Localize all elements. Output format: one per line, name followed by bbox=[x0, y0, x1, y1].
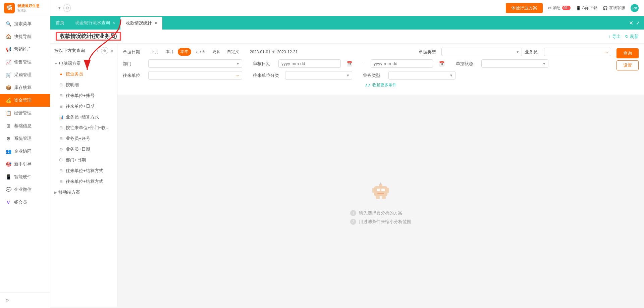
refresh-btn[interactable]: ↻ 刷新 bbox=[625, 34, 639, 40]
tab-home[interactable]: 首页 bbox=[50, 16, 70, 30]
page-header: 收款情况统计(按业务员) ↑ 导出 ↻ 刷新 bbox=[50, 30, 644, 44]
export-icon: ↑ bbox=[609, 34, 611, 39]
empty-robot-icon bbox=[367, 178, 394, 205]
salesperson-more-icon[interactable]: ··· bbox=[604, 49, 608, 54]
mobile-group-header[interactable]: ▶ 移动端方案 bbox=[50, 187, 117, 198]
tab-collection-stats[interactable]: 收款情况统计 × bbox=[120, 17, 162, 30]
collapse-panel-btn[interactable]: « bbox=[110, 48, 113, 53]
review-date-end-picker[interactable]: 📅 bbox=[439, 61, 444, 66]
inventory-icon: 📦 bbox=[5, 85, 11, 91]
doc-type-select[interactable]: ▾ bbox=[441, 48, 522, 56]
doc-type-chevron: ▾ bbox=[517, 49, 519, 54]
counterpart-category-select[interactable]: ▾ bbox=[285, 71, 352, 80]
sidebar-item-basic-info[interactable]: ⊞ 基础信息 bbox=[0, 119, 50, 132]
dept-label: 部门 bbox=[123, 61, 143, 67]
scheme-salesperson-date[interactable]: ⚙ 业务员+日期 bbox=[53, 144, 117, 155]
sidebar-item-wechat[interactable]: 💬 企业微信 bbox=[0, 183, 50, 196]
date-tab-lastmonth[interactable]: 上月 bbox=[148, 48, 162, 56]
date-tab-7days[interactable]: 近7天 bbox=[193, 48, 208, 56]
scheme-salesperson-payment[interactable]: 📊 业务员+结算方式 bbox=[53, 112, 117, 122]
scheme-counterpart-date[interactable]: ⊞ 往来单位+日期 bbox=[53, 101, 117, 112]
date-tabs: 上月 本月 本年 近7天 更多 自定义 bbox=[148, 48, 242, 56]
scheme-by-salesperson[interactable]: ● 按业务员 bbox=[53, 69, 117, 80]
basic-info-icon: ⊞ bbox=[5, 123, 11, 129]
user-avatar[interactable]: Rit bbox=[631, 4, 639, 12]
sidebar-item-marketing[interactable]: 📢 营销推广 bbox=[0, 43, 50, 56]
detail-icon: ⊞ bbox=[58, 82, 64, 88]
tab-close-window[interactable]: ✕ bbox=[629, 20, 633, 26]
page-header-actions: ↑ 导出 ↻ 刷新 bbox=[609, 34, 639, 40]
wechat-icon: 💬 bbox=[5, 187, 11, 193]
left-panel-icons: + ⚙ « bbox=[96, 47, 113, 54]
sidebar-item-system[interactable]: ⚙ 系统管理 bbox=[0, 132, 50, 145]
tab-bank-flow[interactable]: 现金银行流水查询 × bbox=[70, 16, 120, 30]
tab-close-collection-stats[interactable]: × bbox=[155, 21, 157, 25]
sidebar-item-quicknav[interactable]: 🏠 快捷导航 bbox=[0, 30, 50, 43]
sidebar-item-guide[interactable]: 🎯 新手引导 bbox=[0, 158, 50, 170]
operations-icon: 📋 bbox=[5, 110, 11, 116]
desktop-group-header[interactable]: ▼ 电脑端方案 bbox=[50, 58, 117, 69]
review-date-end[interactable] bbox=[371, 59, 433, 68]
sidebar-item-inventory[interactable]: 📦 库存核算 bbox=[0, 81, 50, 94]
date-tab-thisyear[interactable]: 本年 bbox=[178, 48, 191, 56]
hardware-icon: 📱 bbox=[5, 174, 11, 180]
scheme-counterpart-payment1[interactable]: ⊞ 往来单位+结算方式 bbox=[53, 165, 117, 176]
counterpart-more-icon[interactable]: ··· bbox=[235, 73, 239, 78]
sidebar-item-finance[interactable]: 💰 资金管理 bbox=[0, 94, 50, 107]
tab-close-bank-flow[interactable]: × bbox=[113, 20, 115, 25]
scheme-settings-btn[interactable]: ⚙ bbox=[101, 47, 108, 54]
date-tab-more[interactable]: 更多 bbox=[210, 48, 223, 56]
sidebar-item-operations[interactable]: 📋 经营管理 bbox=[0, 107, 50, 119]
system-icon: ⚙ bbox=[5, 136, 11, 142]
app-download-btn[interactable]: 📱 App下载 bbox=[576, 5, 597, 11]
page-title: 收款情况统计(按业务员) bbox=[56, 32, 120, 40]
sidebar-footer-settings[interactable]: ⚙ bbox=[0, 295, 50, 305]
sidebar-item-purchase[interactable]: 🛒 采购管理 bbox=[0, 68, 50, 81]
scheme-counterpart-account[interactable]: ⊞ 往来单位+账号 bbox=[53, 90, 117, 101]
review-date-start-picker[interactable]: 📅 bbox=[347, 61, 352, 66]
svg-rect-7 bbox=[387, 188, 389, 193]
doc-status-select[interactable]: ▾ bbox=[481, 59, 548, 68]
review-date-start[interactable] bbox=[278, 59, 341, 68]
scheme-by-detail[interactable]: ⊞ 按明细 bbox=[53, 80, 117, 90]
sidebar-item-collab[interactable]: 👥 企业协同 bbox=[0, 145, 50, 158]
add-scheme-btn[interactable]: + bbox=[96, 48, 99, 53]
empty-tip-2: 2 用过滤条件来缩小分析范围 bbox=[350, 219, 411, 225]
scheme-salesperson-account[interactable]: ⊞ 业务员+账号 bbox=[53, 133, 117, 144]
footer-settings-icon: ⚙ bbox=[5, 298, 9, 303]
header-settings-btn[interactable]: ⚙ bbox=[63, 4, 71, 12]
date-dash: — bbox=[358, 61, 365, 66]
right-panel: 单据日期 上月 本月 本年 近7天 更多 自定义 2023-01-01 bbox=[117, 44, 644, 307]
biz-type-select[interactable]: ▾ bbox=[388, 71, 455, 80]
results-area: 1 请先选择要分析的方案 2 用过滤条件来缩小分析范围 bbox=[117, 95, 644, 307]
cc-chevron: ▾ bbox=[347, 73, 349, 78]
scheme-counterpart-dept[interactable]: ⊞ 按往来单位+部门+收... bbox=[53, 122, 117, 133]
scheme-counterpart-payment2[interactable]: ⊞ 往来单位+结算方式 bbox=[53, 176, 117, 187]
scheme-dept-date[interactable]: ⏱ 部门+日期 bbox=[53, 155, 117, 165]
biz-type-label: 业务类型 bbox=[363, 72, 383, 79]
date-tab-thismonth[interactable]: 本月 bbox=[163, 48, 176, 56]
main-content: 收款情况统计(按业务员) ↑ 导出 ↻ 刷新 按以下方案查询 + ⚙ « bbox=[50, 30, 644, 308]
tab-expand-icon[interactable]: ⤢ bbox=[636, 20, 640, 25]
cp-payment1-icon: ⊞ bbox=[58, 168, 64, 173]
member-icon: V bbox=[5, 199, 11, 205]
sidebar-item-member[interactable]: V 畅会员 bbox=[0, 196, 50, 209]
export-btn[interactable]: ↑ 导出 bbox=[609, 34, 621, 40]
sidebar-item-search[interactable]: 🔍 搜索菜单 bbox=[0, 17, 50, 30]
messages-btn[interactable]: ✉ 消息 99+ bbox=[548, 5, 571, 11]
header-dropdown-icon[interactable]: ▾ bbox=[58, 5, 61, 10]
date-tab-custom[interactable]: 自定义 bbox=[224, 48, 242, 56]
sidebar-item-hardware[interactable]: 📱 智能硬件 bbox=[0, 170, 50, 183]
online-service-btn[interactable]: 🎧 在线客服 bbox=[603, 5, 625, 11]
sidebar-item-sales[interactable]: 📈 销售管理 bbox=[0, 56, 50, 68]
trial-btn[interactable]: 体验行业方案 bbox=[506, 3, 543, 13]
dept-select[interactable]: ▾ bbox=[148, 59, 242, 68]
counterpart-date-icon: ⊞ bbox=[58, 104, 64, 109]
query-btn[interactable]: 查询 bbox=[616, 48, 639, 58]
set-btn[interactable]: 设置 bbox=[616, 60, 639, 70]
salesperson-select[interactable]: ··· bbox=[544, 48, 611, 56]
svg-rect-0 bbox=[374, 186, 387, 196]
counterpart-select[interactable]: ··· bbox=[148, 71, 242, 80]
collapse-more-btn[interactable]: ∧∧ 收起更多条件 bbox=[123, 80, 639, 91]
finance-icon: 💰 bbox=[5, 97, 11, 103]
